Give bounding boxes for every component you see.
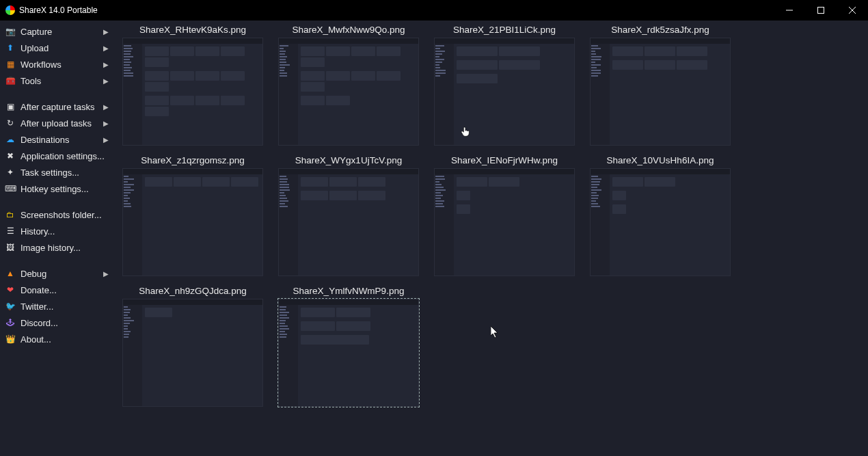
minimize-icon [786,7,793,14]
sidebar-item-about[interactable]: 👑About... [0,331,113,347]
sidebar-item-label: Donate... [21,285,57,295]
thumbnail-label: ShareX_MwfxNww9Qo.png [275,25,422,35]
sidebar-item-destinations[interactable]: ☁Destinations▶ [0,131,113,148]
window-title: ShareX 14.0 Portable [19,5,98,15]
thumbnail-image[interactable] [278,168,419,276]
thumbnail-item[interactable]: ShareX_rdk5zsaJfx.png [587,25,733,146]
thumbnail-image[interactable] [122,168,263,276]
thumbnail-item[interactable]: ShareX_nh9zGQJdca.png [120,286,266,407]
sidebar-item-label: Screenshots folder... [21,210,102,220]
thumbnail-item[interactable]: ShareX_z1qzrgomsz.png [120,155,266,276]
destinations-icon: ☁ [5,135,15,144]
discord-icon: 🕹 [5,318,15,327]
sidebar-item-label: Debug [21,269,46,279]
sidebar-item-label: Upload [21,43,49,53]
sidebar-item-label: Workflows [21,59,62,70]
thumbnail-image[interactable] [278,38,419,146]
sidebar-item-app-settings[interactable]: ✖Application settings... [0,148,113,164]
sidebar-item-debug[interactable]: ▲Debug▶ [0,265,113,282]
workflows-icon: ▦ [5,59,15,69]
sidebar-item-label: Tools [21,76,41,86]
chevron-right-icon: ▶ [103,28,109,36]
thumbnail-image[interactable] [434,38,575,146]
sidebar-item-label: Task settings... [21,167,79,178]
about-icon: 👑 [5,334,15,344]
thumbnail-image[interactable] [590,168,731,276]
close-icon [849,7,856,14]
thumbnail-item[interactable]: ShareX_IENoFjrWHw.png [431,155,578,276]
sidebar-item-label: After upload tasks [21,118,92,129]
titlebar-controls [774,0,868,21]
sidebar-item-label: Capture [21,27,52,37]
chevron-right-icon: ▶ [103,103,109,111]
sidebar-item-label: After capture tasks [21,102,94,112]
chevron-right-icon: ▶ [103,270,109,278]
sidebar-item-discord[interactable]: 🕹Discord... [0,314,113,331]
thumbnail-label: ShareX_z1qzrgomsz.png [120,155,266,165]
maximize-icon [817,7,824,14]
sidebar-item-label: Twitter... [21,301,53,312]
thumbnail-image[interactable] [122,299,263,407]
thumbnail-item[interactable]: ShareX_WYgx1UjTcV.png [275,155,422,276]
after-upload-icon: ↻ [5,118,15,128]
titlebar-left: ShareX 14.0 Portable [0,5,98,15]
thumbnail-label: ShareX_WYgx1UjTcV.png [275,155,422,165]
content-area[interactable]: ShareX_RHtevK9aKs.pngShareX_MwfxNww9Qo.p… [113,21,868,456]
capture-icon: 📷 [5,27,15,36]
thumbnail-item[interactable]: ShareX_YmlfvNWmP9.png [275,286,422,407]
thumbnail-item[interactable]: ShareX_10VUsHh6IA.png [587,155,733,276]
sidebar-item-upload[interactable]: ⬆Upload▶ [0,40,113,56]
thumbnail-item[interactable]: ShareX_21PBI1LiCk.png [431,25,578,146]
debug-icon: ▲ [5,269,15,278]
tools-icon: 🧰 [5,76,15,85]
task-settings-icon: ✦ [5,167,15,177]
sidebar: 📷Capture▶⬆Upload▶▦Workflows▶🧰Tools▶▣Afte… [0,21,113,456]
sidebar-item-task-settings[interactable]: ✦Task settings... [0,164,113,180]
sidebar-item-twitter[interactable]: 🐦Twitter... [0,298,113,314]
maximize-button[interactable] [805,0,837,21]
thumbnail-grid: ShareX_RHtevK9aKs.pngShareX_MwfxNww9Qo.p… [120,25,861,407]
sidebar-item-label: Image history... [21,243,81,253]
titlebar[interactable]: ShareX 14.0 Portable [0,0,868,21]
body: 📷Capture▶⬆Upload▶▦Workflows▶🧰Tools▶▣Afte… [0,21,868,456]
chevron-right-icon: ▶ [103,120,109,127]
sidebar-item-label: Hotkey settings... [21,184,89,194]
sidebar-item-capture[interactable]: 📷Capture▶ [0,23,113,40]
sidebar-item-label: Discord... [21,318,58,328]
thumbnail-label: ShareX_21PBI1LiCk.png [431,25,578,35]
thumbnail-label: ShareX_rdk5zsaJfx.png [587,25,733,35]
main-window: ShareX 14.0 Portable 📷Capture▶⬆Upload▶▦W… [0,0,868,456]
thumbnail-image[interactable] [590,38,731,146]
sidebar-item-after-capture[interactable]: ▣After capture tasks▶ [0,98,113,115]
sidebar-item-after-upload[interactable]: ↻After upload tasks▶ [0,115,113,131]
sidebar-item-image-history[interactable]: 🖼Image history... [0,239,113,256]
sidebar-item-label: Application settings... [21,151,105,161]
app-icon [5,5,15,15]
chevron-right-icon: ▶ [103,77,109,85]
history-icon: ☰ [5,226,15,236]
minimize-button[interactable] [774,0,805,21]
thumbnail-label: ShareX_IENoFjrWHw.png [431,155,578,165]
sidebar-item-history[interactable]: ☰History... [0,223,113,239]
sidebar-item-label: About... [21,334,51,345]
chevron-right-icon: ▶ [103,136,109,144]
sidebar-item-workflows[interactable]: ▦Workflows▶ [0,56,113,72]
sidebar-item-label: History... [21,226,55,237]
sidebar-item-label: Destinations [21,135,70,145]
sidebar-item-tools[interactable]: 🧰Tools▶ [0,72,113,89]
image-history-icon: 🖼 [5,243,15,252]
chevron-right-icon: ▶ [103,61,109,68]
thumbnail-image[interactable] [434,168,575,276]
thumbnail-item[interactable]: ShareX_RHtevK9aKs.png [120,25,266,146]
thumbnail-image[interactable] [122,38,263,146]
sidebar-item-screenshots-folder[interactable]: 🗀Screenshots folder... [0,206,113,223]
hotkey-settings-icon: ⌨ [5,184,15,193]
thumbnail-label: ShareX_nh9zGQJdca.png [120,286,266,296]
thumbnail-item[interactable]: ShareX_MwfxNww9Qo.png [275,25,422,146]
sidebar-item-hotkey-settings[interactable]: ⌨Hotkey settings... [0,180,113,197]
close-button[interactable] [837,0,868,21]
thumbnail-image[interactable] [278,299,419,407]
donate-icon: ❤ [5,285,15,295]
sidebar-item-donate[interactable]: ❤Donate... [0,282,113,298]
thumbnail-label: ShareX_RHtevK9aKs.png [120,25,266,35]
